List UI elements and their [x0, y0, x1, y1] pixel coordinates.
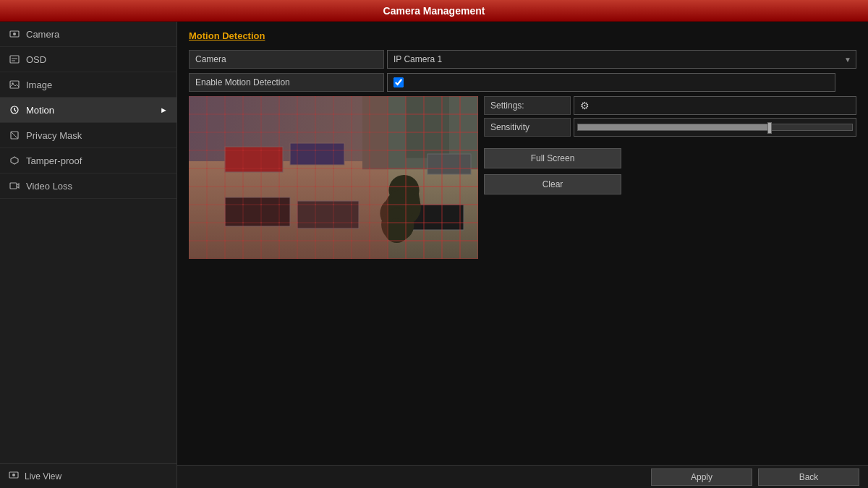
bottom-bar: Apply Back: [177, 465, 868, 488]
settings-value[interactable]: ⚙: [574, 96, 856, 115]
enable-motion-label: Enable Motion Detection: [189, 73, 384, 92]
privacy-icon: [9, 129, 20, 141]
preview-section: Settings: ⚙ Sensitivity: [189, 96, 856, 259]
sensitivity-label: Sensitivity: [484, 118, 571, 137]
sidebar-item-motion[interactable]: Motion ►: [0, 98, 176, 123]
enable-motion-checkbox[interactable]: [393, 77, 404, 87]
page-title: Motion Detection: [189, 30, 856, 41]
svg-line-11: [11, 132, 18, 139]
apply-button[interactable]: Apply: [651, 468, 752, 486]
clear-button[interactable]: Clear: [484, 174, 621, 194]
camera-label: Camera: [189, 50, 384, 69]
tamper-icon: [9, 155, 20, 166]
title-text: Camera Management: [383, 5, 485, 17]
live-view-label: Live View: [25, 471, 61, 481]
sidebar-item-camera[interactable]: Camera: [0, 22, 176, 47]
svg-rect-5: [10, 81, 19, 88]
right-panel: Settings: ⚙ Sensitivity: [484, 96, 856, 259]
sidebar-label-osd: OSD: [26, 54, 46, 65]
sidebar-label-camera: Camera: [26, 29, 59, 40]
camera-preview: [189, 96, 478, 259]
sidebar-label-privacy-mask: Privacy Mask: [26, 130, 82, 141]
camera-icon: [9, 28, 20, 40]
svg-rect-12: [10, 183, 17, 189]
content-area: Motion Detection Camera IP Camera 1 ▼ En…: [177, 22, 868, 488]
sidebar-item-tamper-proof[interactable]: Tamper-proof: [0, 148, 176, 174]
title-bar: Camera Management: [0, 0, 868, 22]
back-button[interactable]: Back: [758, 468, 859, 486]
sensitivity-handle[interactable]: [767, 122, 772, 134]
camera-value-text: IP Camera 1: [393, 54, 442, 64]
camera-row: Camera IP Camera 1 ▼: [189, 50, 856, 69]
sidebar-label-video-loss: Video Loss: [26, 181, 72, 192]
motion-arrow: ►: [160, 106, 168, 114]
main-layout: Camera OSD Image: [0, 22, 868, 488]
settings-label: Settings:: [484, 96, 571, 115]
image-icon: [9, 79, 20, 90]
motion-icon: [9, 104, 20, 116]
full-screen-button[interactable]: Full Screen: [484, 148, 621, 168]
svg-point-14: [12, 474, 15, 476]
sidebar-item-privacy-mask[interactable]: Privacy Mask: [0, 123, 176, 148]
sidebar-item-video-loss[interactable]: Video Loss: [0, 174, 176, 199]
settings-gear-icon: ⚙: [580, 100, 590, 111]
sidebar-item-osd[interactable]: OSD: [0, 47, 176, 72]
sidebar-label-image: Image: [26, 80, 52, 90]
camera-dropdown[interactable]: IP Camera 1 ▼: [387, 50, 856, 69]
sidebar-label-tamper-proof: Tamper-proof: [26, 155, 82, 166]
svg-point-1: [13, 33, 16, 35]
preview-canvas: [189, 96, 478, 259]
video-loss-icon: [9, 180, 20, 192]
settings-row: Settings: ⚙: [484, 96, 856, 115]
dropdown-arrow-icon: ▼: [844, 56, 851, 64]
live-view-icon: [9, 470, 19, 482]
sidebar-bottom-live-view[interactable]: Live View: [0, 463, 176, 488]
enable-motion-checkbox-cell: [387, 73, 835, 92]
sensitivity-slider-container[interactable]: [574, 118, 856, 137]
svg-line-9: [14, 110, 16, 111]
enable-motion-row: Enable Motion Detection: [189, 73, 856, 92]
sensitivity-bar[interactable]: [577, 124, 853, 131]
sensitivity-fill: [578, 124, 770, 130]
sidebar-label-motion: Motion: [26, 105, 54, 116]
sidebar-item-image[interactable]: Image: [0, 72, 176, 98]
sidebar: Camera OSD Image: [0, 22, 177, 488]
osd-icon: [9, 53, 20, 65]
sensitivity-row: Sensitivity: [484, 118, 856, 137]
svg-rect-2: [10, 56, 19, 63]
